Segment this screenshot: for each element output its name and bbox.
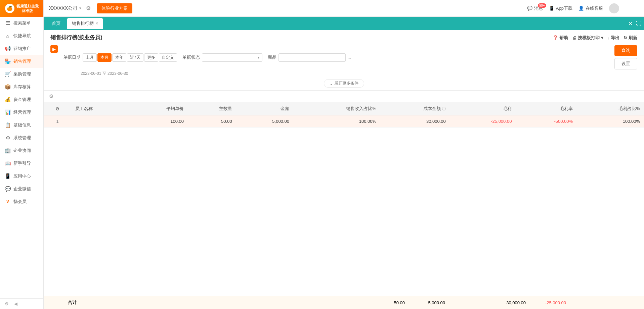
sidebar-item-sales[interactable]: 🏪 销售管理 (0, 55, 43, 68)
footer-label: 合计 (68, 300, 331, 306)
sidebar-item-quicknav[interactable]: ⌂ 快捷导航 (0, 30, 43, 42)
tab-close-all-icon[interactable]: ✕ (628, 20, 633, 27)
tab-maximize-icon[interactable]: ⛶ (636, 20, 641, 27)
col-qty: 主数量 (188, 102, 236, 115)
col-name: 员工名称 (71, 102, 129, 115)
tab-home[interactable]: 首页 (46, 17, 66, 30)
footer-qty: 50.00 (371, 300, 405, 306)
col-amount: 金额 (236, 102, 293, 115)
footer-gross-value: -25,000.00 (545, 300, 566, 305)
company-selector[interactable]: XXXXXX公司 ▾ (49, 5, 81, 11)
sidebar-item-appcenter[interactable]: 📱 应用中心 (0, 170, 43, 183)
sidebar-bottom: ⚙ ◀ (0, 298, 43, 309)
logo-text: 畅康通好生意 标准版 (16, 4, 39, 13)
date-btn-custom[interactable]: 自定义 (159, 53, 177, 62)
status-select[interactable] (202, 53, 262, 62)
footer-sales-ratio-col (445, 300, 485, 306)
sidebar-label-finance: 资金管理 (13, 97, 31, 103)
sidebar-item-vip[interactable]: V 畅会员 (0, 195, 43, 208)
date-filter-group: 单据日期 上月 本月 本年 近7天 更多 自定义 (63, 53, 177, 62)
sidebar-item-operations[interactable]: 📊 经营管理 (0, 106, 43, 119)
tabbar: 首页 销售排行榜 × ✕ ⛶ (44, 17, 644, 30)
expand-chevron-icon: ⌄ (330, 81, 333, 86)
app-download-button[interactable]: 📱 App下载 (549, 5, 572, 11)
user-avatar[interactable] (609, 3, 619, 13)
date-btn-thismonth[interactable]: 本月 (97, 53, 112, 62)
sidebar-label-wechat: 企业微信 (13, 186, 31, 192)
export-button[interactable]: ↓ 导出 (607, 35, 620, 41)
filter-arrow-button[interactable]: ▶ (50, 45, 58, 53)
sidebar-collapse-icon[interactable]: ◀ (14, 301, 17, 306)
footer-total-label: 合计 (68, 300, 77, 306)
expand-conditions-button[interactable]: ⌄ 展开更多条件 (324, 79, 364, 88)
col-rank: ⚙ (44, 102, 71, 115)
query-button[interactable]: 查询 (614, 45, 637, 56)
status-select-wrapper (202, 53, 262, 62)
sidebar-item-search[interactable]: ☰ 搜索菜单 (0, 17, 43, 30)
date-btn-lastmonth[interactable]: 上月 (83, 53, 97, 62)
table-settings-icon[interactable]: ⚙ (49, 93, 53, 99)
cell-amount: 5,000.00 (236, 115, 293, 127)
sidebar-item-enterprise[interactable]: 🏢 企业协同 (0, 144, 43, 157)
topbar-gear-icon[interactable]: ⚙ (86, 5, 91, 11)
filter-row-1: 单据日期 上月 本月 本年 近7天 更多 自定义 (63, 45, 637, 69)
sidebar-label-purchase: 采购管理 (13, 71, 31, 77)
goods-more-link[interactable]: ... (348, 55, 351, 60)
cell-rank: 1 (44, 115, 71, 127)
goods-input[interactable] (278, 53, 346, 62)
footer-gross-rate-col (566, 300, 606, 306)
sidebar-item-baseinfo[interactable]: 📋 基础信息 (0, 119, 43, 132)
sidebar-settings-icon[interactable]: ⚙ (5, 301, 9, 306)
sidebar-item-inventory[interactable]: 📦 库存核算 (0, 81, 43, 93)
purchase-icon: 🛒 (5, 71, 11, 77)
export-icon: ↓ (607, 35, 610, 40)
inventory-icon: 📦 (5, 84, 11, 90)
col-avg-price: 平均单价 (130, 102, 188, 115)
trial-button[interactable]: 体验行业方案 (97, 3, 132, 13)
sidebar-item-system[interactable]: ⚙ 系统管理 (0, 132, 43, 144)
footer-amount-value: 5,000.00 (428, 300, 445, 305)
print-button[interactable]: 🖨 按模板打印 ▾ (572, 35, 603, 41)
help-button[interactable]: ❓ 帮助 (553, 35, 568, 41)
sidebar-item-finance[interactable]: 💰 资金管理 (0, 93, 43, 106)
sidebar-item-purchase[interactable]: 🛒 采购管理 (0, 68, 43, 81)
footer-rank-col (48, 300, 68, 306)
logo-line1: 畅康通好生意 (16, 4, 39, 8)
export-label: 导出 (611, 35, 619, 41)
settings-button[interactable]: 设置 (614, 58, 637, 69)
sidebar-label-guide: 新手引导 (13, 160, 31, 166)
date-btn-thisyear[interactable]: 本年 (112, 53, 126, 62)
sidebar: 🍊 畅康通好生意 标准版 ☰ 搜索菜单 ⌂ 快捷导航 📢 营销推广 🏪 销售管理… (0, 0, 44, 309)
sidebar-label-operations: 经营管理 (13, 109, 31, 115)
filter-area: 销售排行榜(按业务员) ❓ 帮助 🖨 按模板打印 ▾ ↓ 导出 (44, 30, 644, 91)
message-button[interactable]: 💬 消息 99+ (527, 5, 543, 11)
main-area: XXXXXX公司 ▾ ⚙ 体验行业方案 💬 消息 99+ 📱 App下载 👤 在… (44, 0, 644, 309)
tabbar-right: ✕ ⛶ (628, 20, 641, 27)
date-btn-more[interactable]: 更多 (144, 53, 158, 62)
table-toolbar: ⚙ (44, 91, 644, 102)
sidebar-item-wechat[interactable]: 💬 企业微信 (0, 183, 43, 195)
footer-gross: -25,000.00 (526, 300, 566, 306)
download-icon: 📱 (549, 6, 554, 11)
appcenter-icon: 📱 (5, 173, 11, 179)
finance-icon: 💰 (5, 97, 11, 103)
tab-close-icon[interactable]: × (96, 21, 98, 26)
sidebar-item-marketing[interactable]: 📢 营销推广 (0, 42, 43, 55)
sidebar-label-baseinfo: 基础信息 (13, 122, 31, 128)
date-btn-7days[interactable]: 近7天 (127, 53, 143, 62)
online-service-button[interactable]: 👤 在线客服 (578, 5, 603, 11)
tab-sales-ranking[interactable]: 销售排行榜 × (67, 18, 103, 29)
refresh-button[interactable]: ↻ 刷新 (624, 35, 637, 41)
sidebar-label-vip: 畅会员 (13, 199, 27, 205)
sales-icon: 🏪 (5, 58, 11, 64)
footer-amount: 5,000.00 (405, 300, 445, 306)
sidebar-label-marketing: 营销推广 (13, 46, 31, 52)
home-icon: ⌂ (5, 33, 11, 39)
table-footer: 合计 50.00 5,000.00 30,000.00 -25,000.00 (44, 296, 644, 309)
sidebar-item-guide[interactable]: 📖 新手引导 (0, 157, 43, 170)
table-empty-space (44, 127, 644, 296)
logo-tag: 标准版 (22, 9, 33, 13)
date-options: 上月 本月 本年 近7天 更多 自定义 (83, 53, 177, 62)
footer-qty-value: 50.00 (394, 300, 405, 305)
footer-cost: 30,000.00 (485, 300, 526, 306)
